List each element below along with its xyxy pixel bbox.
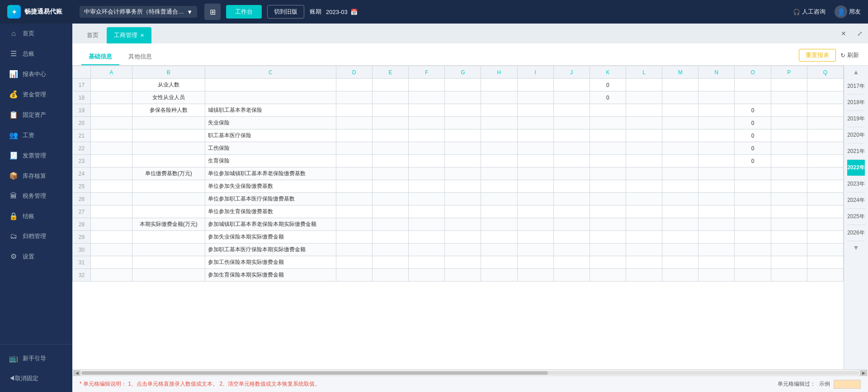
cell-i-7[interactable] [517,167,553,180]
cell-o-14[interactable] [735,256,771,269]
window-expand-button[interactable]: ⤢ [852,24,868,43]
cell-k-14[interactable] [590,256,626,269]
cell-f-15[interactable] [409,269,445,282]
cell-b-9[interactable] [132,193,205,206]
cell-a-0[interactable] [91,79,132,91]
cell-j-7[interactable] [553,167,590,180]
cell-l-10[interactable] [626,206,662,218]
horizontal-scrollbar[interactable]: ◀ ▶ [72,369,868,376]
cell-o-0[interactable] [735,79,771,91]
cell-i-10[interactable] [517,206,553,218]
cell-g-5[interactable] [445,142,481,155]
year-panel-down[interactable]: ▼ [844,241,868,254]
cell-j-10[interactable] [553,206,590,218]
cell-p-6[interactable] [771,155,807,167]
cell-i-5[interactable] [517,142,553,155]
cell-f-10[interactable] [409,206,445,218]
cell-b-6[interactable] [132,155,205,167]
cell-l-6[interactable] [626,155,662,167]
cell-q-4[interactable] [807,129,843,142]
cell-e-9[interactable] [372,193,408,206]
copy-icon-btn[interactable]: ⊞ [204,4,221,20]
spreadsheet-container[interactable]: A B C D E F G H I J K L [72,66,844,369]
cell-j-4[interactable] [553,129,590,142]
company-selector[interactable]: 中审众环会计师事务所（特殊普通合伙... ▼ [80,6,197,18]
cell-f-9[interactable] [409,193,445,206]
cell-l-2[interactable] [626,104,662,117]
cell-k-2[interactable] [590,104,626,117]
cell-q-15[interactable] [807,269,843,282]
cell-k-3[interactable] [590,117,626,129]
cell-k-13[interactable] [590,244,626,256]
cell-m-7[interactable] [662,167,698,180]
cell-m-13[interactable] [662,244,698,256]
cell-m-12[interactable] [662,231,698,244]
cell-k-10[interactable] [590,206,626,218]
cell-j-2[interactable] [553,104,590,117]
cell-g-12[interactable] [445,231,481,244]
cell-n-4[interactable] [698,129,735,142]
cell-d-11[interactable] [336,218,372,231]
cell-h-0[interactable] [481,79,517,91]
cell-d-2[interactable] [336,104,372,117]
cell-b-15[interactable] [132,269,205,282]
cell-d-1[interactable] [336,91,372,104]
cell-g-11[interactable] [445,218,481,231]
cell-j-11[interactable] [553,218,590,231]
cell-i-4[interactable] [517,129,553,142]
cell-m-3[interactable] [662,117,698,129]
cell-o-6[interactable]: 0 [735,155,771,167]
cell-l-9[interactable] [626,193,662,206]
cell-d-10[interactable] [336,206,372,218]
cell-e-15[interactable] [372,269,408,282]
cell-l-14[interactable] [626,256,662,269]
cell-p-2[interactable] [771,104,807,117]
cell-e-4[interactable] [372,129,408,142]
sidebar-item-archive[interactable]: 🗂 归档管理 [0,226,72,246]
cell-e-14[interactable] [372,256,408,269]
cell-q-14[interactable] [807,256,843,269]
reset-report-button[interactable]: 重置报表 [799,49,836,62]
cell-e-3[interactable] [372,117,408,129]
cell-h-12[interactable] [481,231,517,244]
scroll-right-button[interactable]: ▶ [860,370,867,376]
cell-h-9[interactable] [481,193,517,206]
cell-a-14[interactable] [91,256,132,269]
cell-k-8[interactable] [590,180,626,193]
cell-j-1[interactable] [553,91,590,104]
cell-j-5[interactable] [553,142,590,155]
cell-d-7[interactable] [336,167,372,180]
year-panel-up[interactable]: ▲ [844,66,868,78]
cell-i-1[interactable] [517,91,553,104]
scroll-track[interactable] [81,371,859,375]
cell-o-9[interactable] [735,193,771,206]
cell-o-7[interactable] [735,167,771,180]
cell-n-3[interactable] [698,117,735,129]
cell-b-13[interactable] [132,244,205,256]
year-item[interactable]: 2017年 [847,78,865,95]
cell-m-8[interactable] [662,180,698,193]
cell-d-0[interactable] [336,79,372,91]
cell-k-11[interactable] [590,218,626,231]
cell-f-6[interactable] [409,155,445,167]
cell-e-11[interactable] [372,218,408,231]
cell-o-4[interactable]: 0 [735,129,771,142]
cell-c-2[interactable]: 城镇职工基本养老保险 [205,104,336,117]
cell-f-8[interactable] [409,180,445,193]
cell-m-4[interactable] [662,129,698,142]
cell-k-9[interactable] [590,193,626,206]
cell-p-0[interactable] [771,79,807,91]
cell-l-13[interactable] [626,244,662,256]
cell-k-1[interactable]: 0 [590,91,626,104]
cell-n-11[interactable] [698,218,735,231]
cell-p-14[interactable] [771,256,807,269]
sidebar-item-close-period[interactable]: 🔒 结账 [0,206,72,226]
cell-m-5[interactable] [662,142,698,155]
year-item[interactable]: 2026年 [847,225,865,241]
sidebar-item-tax[interactable]: 🏛 税务管理 [0,186,72,206]
cell-k-15[interactable] [590,269,626,282]
sidebar-item-payroll[interactable]: 👥 工资 [0,125,72,145]
cell-a-2[interactable] [91,104,132,117]
cell-e-0[interactable] [372,79,408,91]
cell-h-8[interactable] [481,180,517,193]
